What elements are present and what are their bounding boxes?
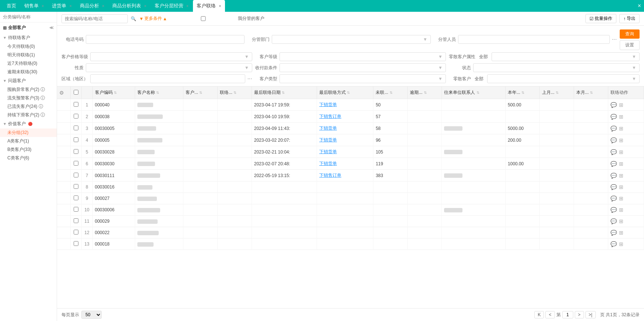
row-checkbox-cell[interactable]: [70, 111, 81, 123]
region-dots[interactable]: ···: [247, 75, 252, 82]
chat-icon[interactable]: 💬: [610, 114, 617, 120]
my-customers-input[interactable]: [170, 16, 236, 21]
nav-purchase-close[interactable]: ×: [69, 4, 71, 8]
row-last-way[interactable]: [317, 193, 373, 204]
nav-customer-segment-close[interactable]: ×: [186, 4, 189, 8]
code-col-header[interactable]: 客户编码 ⇅: [92, 87, 135, 99]
row-last-way[interactable]: 下销货单: [317, 158, 373, 170]
row-checkbox[interactable]: [74, 173, 78, 177]
chat-icon[interactable]: 💬: [610, 161, 617, 167]
sidebar-item-tomorrow[interactable]: 明天待联络(1): [0, 51, 57, 59]
menu-icon[interactable]: ⊞: [619, 114, 623, 120]
page-size-select[interactable]: 50 20 100: [81, 311, 102, 319]
gear-col-header[interactable]: ⚙: [57, 87, 70, 99]
sidebar-group-problem[interactable]: ▼ 问题客户: [0, 76, 57, 85]
reset-button[interactable]: 设置: [620, 40, 640, 50]
last-way-link[interactable]: 下销售订单: [319, 114, 341, 119]
search-input[interactable]: [61, 14, 128, 23]
row-last-way[interactable]: 下销货单: [317, 146, 373, 158]
menu-icon[interactable]: ⊞: [619, 173, 623, 179]
row-last-way[interactable]: 下销货单: [317, 99, 373, 111]
row-checkbox[interactable]: [74, 207, 78, 212]
chat-icon[interactable]: 💬: [610, 137, 617, 143]
sidebar-item-ungroup[interactable]: 未分组(32): [0, 128, 57, 137]
row-checkbox[interactable]: [74, 161, 78, 166]
row-checkbox[interactable]: [74, 114, 78, 119]
row-checkbox[interactable]: [74, 230, 78, 234]
row-checkbox-cell[interactable]: [70, 134, 81, 146]
query-button[interactable]: 查询: [620, 29, 640, 39]
chat-icon[interactable]: 💬: [610, 102, 617, 108]
last-way-link[interactable]: 下销货单: [319, 161, 337, 166]
sidebar-item-today[interactable]: 今天待联络(0): [0, 42, 57, 51]
row-checkbox-cell[interactable]: [70, 123, 81, 134]
page-prev-btn[interactable]: <: [545, 311, 555, 318]
row-checkbox-cell[interactable]: [70, 227, 81, 239]
chat-icon[interactable]: 💬: [610, 149, 617, 155]
menu-icon[interactable]: ⊞: [619, 137, 623, 143]
contact-col-header[interactable]: 联络... ⇅: [218, 87, 252, 99]
page-number-input[interactable]: [562, 311, 573, 318]
row-checkbox-cell[interactable]: [70, 146, 81, 158]
sidebar-item-class-b[interactable]: B类客户(33): [0, 145, 57, 154]
row-checkbox[interactable]: [74, 149, 78, 154]
menu-icon[interactable]: ⊞: [619, 218, 623, 224]
sidebar-group-pending[interactable]: ▼ 待联络客户: [0, 33, 57, 42]
window-close-icon[interactable]: ×: [638, 3, 641, 9]
nav-product-analysis-close[interactable]: ×: [102, 4, 104, 8]
row-checkbox-cell[interactable]: [70, 158, 81, 170]
row-checkbox-cell[interactable]: [70, 99, 81, 111]
nav-customer-contact[interactable]: 客户联络 ×: [193, 0, 225, 12]
row-last-way[interactable]: 下销售订单: [317, 111, 373, 123]
this-month-col-header[interactable]: 本月... ⇅: [574, 87, 608, 99]
gear-icon[interactable]: ⚙: [59, 90, 64, 96]
my-customers-checkbox[interactable]: 我分管的客户: [170, 15, 264, 22]
chat-icon[interactable]: 💬: [610, 230, 617, 236]
row-last-way[interactable]: 下销货单: [317, 123, 373, 134]
dept-select[interactable]: ▼: [272, 35, 430, 44]
scattered-attr-select[interactable]: ▼: [492, 52, 640, 61]
nav-purchase[interactable]: 进货单 ×: [48, 0, 75, 12]
row-checkbox[interactable]: [74, 102, 78, 107]
page-last-btn[interactable]: >|: [585, 311, 596, 318]
sidebar-item-hoard[interactable]: 囤购异常客户(2) ⓘ: [0, 85, 57, 94]
chat-icon[interactable]: 💬: [610, 218, 617, 224]
chat-icon[interactable]: 💬: [610, 126, 617, 131]
nav-product-list-close[interactable]: ×: [144, 4, 146, 8]
last-way-col-header[interactable]: 最后联络方式 ⇅: [317, 87, 373, 99]
sidebar-item-class-a[interactable]: A类客户(1): [0, 137, 57, 145]
scattered-select[interactable]: ▼: [487, 74, 640, 83]
nav-customer-contact-close[interactable]: ×: [219, 4, 221, 8]
row-checkbox-cell[interactable]: [70, 239, 81, 250]
last-way-link[interactable]: 下销售订单: [319, 173, 341, 178]
unit-contact-col-header[interactable]: 往来单位联系人 ⇅: [442, 87, 506, 99]
row-checkbox-cell[interactable]: [70, 216, 81, 227]
last-way-link[interactable]: 下销货单: [319, 149, 337, 154]
customer-type-select[interactable]: ▼: [279, 74, 446, 83]
region-input[interactable]: [90, 74, 245, 83]
type-col-header[interactable]: 客户... ⇅: [183, 87, 218, 99]
row-last-way[interactable]: [317, 204, 373, 216]
more-conditions-btn[interactable]: ▼ 更多条件 ▲: [139, 15, 167, 22]
last-way-link[interactable]: 下销货单: [319, 102, 337, 107]
chat-icon[interactable]: 💬: [610, 195, 617, 201]
name-col-header[interactable]: 客户名称 ⇅: [135, 87, 183, 99]
row-checkbox[interactable]: [74, 218, 78, 223]
payment-select[interactable]: ▼: [279, 63, 446, 72]
nav-sales[interactable]: 销售单 ×: [21, 0, 47, 12]
phone-input[interactable]: [86, 35, 244, 44]
sidebar-item-class-c[interactable]: C类客户(6): [0, 154, 57, 162]
row-checkbox[interactable]: [74, 241, 78, 246]
export-button[interactable]: ↑ 导出: [619, 14, 640, 23]
menu-icon[interactable]: ⊞: [619, 126, 623, 131]
menu-icon[interactable]: ⊞: [619, 230, 623, 236]
last-month-col-header[interactable]: 上月... ⇅: [539, 87, 574, 99]
nature-select[interactable]: ▼: [86, 63, 252, 72]
page-first-btn[interactable]: K: [534, 311, 544, 318]
filter-search-icon[interactable]: 🔍: [131, 16, 136, 21]
manager-dots[interactable]: ···: [612, 36, 617, 43]
sidebar-item-churn-risk[interactable]: 流失预警客户(3) ⓘ: [0, 94, 57, 102]
menu-icon[interactable]: ⊞: [619, 161, 623, 167]
batch-ops-button[interactable]: ☑ 批量操作: [585, 14, 616, 23]
sidebar-item-churned[interactable]: 已流失客户(24) ⓘ: [0, 102, 57, 111]
